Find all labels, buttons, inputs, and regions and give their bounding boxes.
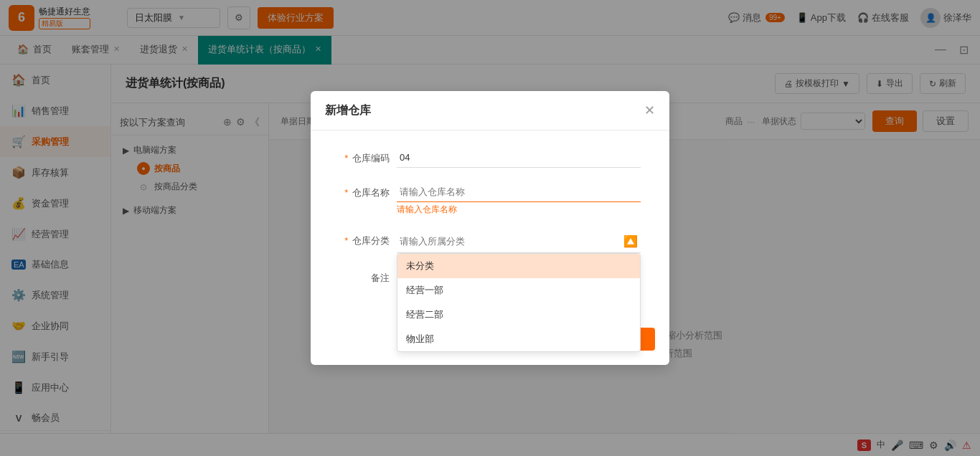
name-label: * 仓库名称 bbox=[339, 182, 390, 199]
name-input-wrap: 请输入仓库名称 bbox=[397, 182, 641, 216]
warehouse-code-row: * 仓库编码 bbox=[339, 148, 641, 168]
warehouse-name-row: * 仓库名称 请输入仓库名称 bbox=[339, 182, 641, 216]
warehouse-code-input[interactable] bbox=[397, 148, 641, 168]
category-label: * 仓库分类 bbox=[339, 230, 390, 247]
dropdown-item-dept2[interactable]: 经营二部 bbox=[397, 303, 640, 327]
modal-body: * 仓库编码 * 仓库名称 请输入仓库名称 * 仓库分类 bbox=[311, 130, 669, 319]
dropdown-item-dept1[interactable]: 经营一部 bbox=[397, 278, 640, 303]
category-dropdown-row: 🔼 bbox=[397, 230, 641, 253]
dropdown-item-dept3[interactable]: 物业部 bbox=[397, 327, 640, 351]
warehouse-category-row: * 仓库分类 🔼 未分类 经营一部 经营二部 物业部 bbox=[339, 230, 641, 253]
note-label: 备注 bbox=[339, 267, 390, 285]
code-label: * 仓库编码 bbox=[339, 148, 390, 165]
code-input-wrap bbox=[397, 148, 641, 168]
modal-close-button[interactable]: ✕ bbox=[644, 103, 655, 118]
dropdown-arrow-icon[interactable]: 🔼 bbox=[623, 234, 638, 248]
modal-title: 新增仓库 bbox=[325, 103, 371, 118]
category-input-wrap: 🔼 未分类 经营一部 经营二部 物业部 bbox=[397, 230, 641, 253]
category-input[interactable] bbox=[400, 236, 623, 247]
name-error-message: 请输入仓库名称 bbox=[397, 204, 641, 216]
warehouse-name-input[interactable] bbox=[397, 182, 641, 202]
category-dropdown-list: 未分类 经营一部 经营二部 物业部 bbox=[397, 253, 641, 352]
dropdown-item-none[interactable]: 未分类 bbox=[397, 254, 640, 278]
modal-header: 新增仓库 ✕ bbox=[311, 91, 669, 130]
add-warehouse-modal: 新增仓库 ✕ * 仓库编码 * 仓库名称 请输入仓库名称 bbox=[311, 91, 669, 365]
